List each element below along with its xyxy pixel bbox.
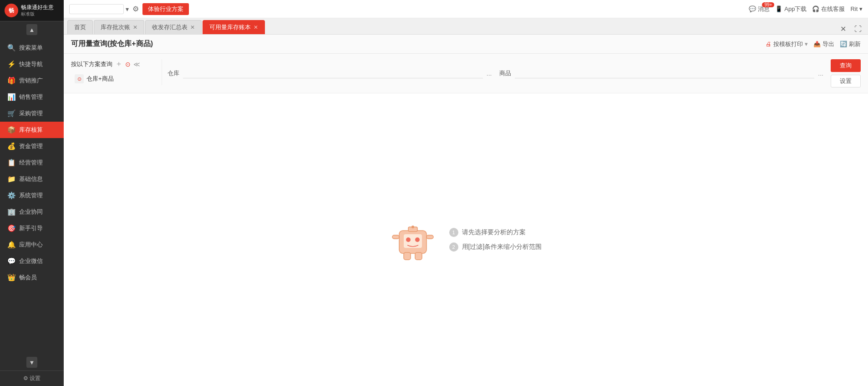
scheme-icon: ⊙ bbox=[75, 74, 84, 83]
add-scheme-btn[interactable]: ＋ bbox=[115, 59, 122, 69]
svg-rect-9 bbox=[415, 252, 422, 260]
app-icon: 📱 bbox=[775, 5, 782, 12]
empty-illustration bbox=[390, 217, 436, 262]
filter-schemes: 按以下方案查询 ＋ ⊙ ≪ ⊙ 仓库+商品 bbox=[71, 59, 162, 85]
svg-rect-7 bbox=[426, 235, 433, 239]
print-dropdown-icon: ▾ bbox=[805, 41, 808, 47]
tab-label: 可用量库存账本 bbox=[209, 23, 251, 31]
sidebar-item-enterprise[interactable]: 🏢企业协同 bbox=[0, 204, 64, 220]
collapse-btn[interactable]: ≪ bbox=[133, 61, 140, 68]
tab-receive-summary[interactable]: 收发存汇总表✕ bbox=[145, 20, 202, 34]
warehouse-more-btn[interactable]: ... bbox=[487, 70, 492, 77]
svg-rect-8 bbox=[404, 252, 411, 260]
product-more-btn[interactable]: ... bbox=[818, 70, 823, 77]
sidebar-item-purchase[interactable]: 🛒采购管理 bbox=[0, 105, 64, 122]
sidebar-item-appstore[interactable]: 🔔应用中心 bbox=[0, 237, 64, 253]
sidebar-item-newbie[interactable]: 🎯新手引导 bbox=[0, 220, 64, 237]
filter-actions: 查询 设置 bbox=[831, 59, 861, 87]
dropdown-btn[interactable]: ▾ bbox=[126, 5, 129, 13]
tab-close-receive-summary[interactable]: ✕ bbox=[190, 24, 195, 31]
sidebar-item-marketing[interactable]: 🎁营销推广 bbox=[0, 72, 64, 89]
search-input[interactable] bbox=[69, 4, 124, 14]
operation-icon: 📋 bbox=[7, 159, 15, 167]
hint-item-2: 2 用[过滤]条件来缩小分析范围 bbox=[449, 242, 542, 252]
finance-icon: 💰 bbox=[7, 142, 15, 150]
marketing-icon: 🎁 bbox=[7, 77, 15, 85]
sidebar-brand: 畅康通好生意 标准版 bbox=[21, 4, 54, 17]
settings-btn[interactable]: 设置 bbox=[831, 75, 861, 87]
page-title: 可用量查询(按仓库+商品) bbox=[71, 39, 153, 49]
message-badge: 99+ bbox=[762, 2, 774, 7]
sidebar-item-wechat[interactable]: 💬企业微信 bbox=[0, 253, 64, 269]
message-btn[interactable]: 💬 消息 99+ bbox=[749, 5, 770, 13]
page-header-actions: 🖨 按模板打印 ▾ 📤 导出 🔄 刷新 bbox=[766, 40, 861, 48]
online-service-btn[interactable]: 🎧 在线客服 bbox=[812, 5, 845, 13]
user-dropdown-icon: ▾ bbox=[859, 5, 863, 12]
export-btn[interactable]: 📤 导出 bbox=[813, 40, 834, 48]
appstore-icon: 🔔 bbox=[7, 241, 15, 249]
hint-2-text: 用[过滤]条件来缩小分析范围 bbox=[462, 243, 542, 251]
tab-close-available-ledger[interactable]: ✕ bbox=[254, 24, 258, 31]
tab-batch-ledger[interactable]: 库存批次账✕ bbox=[94, 20, 144, 34]
app-download-btn[interactable]: 📱 App下载 bbox=[775, 5, 807, 13]
scroll-down-btn[interactable]: ▼ bbox=[26, 357, 37, 368]
svg-rect-6 bbox=[392, 235, 399, 239]
scheme-item-warehouse-product[interactable]: ⊙ 仓库+商品 bbox=[71, 72, 156, 85]
topbar-search-area: ▾ bbox=[69, 4, 129, 14]
sidebar: 畅 畅康通好生意 标准版 ▲ 🔍搜索菜单⚡快捷导航🎁营销推广📊销售管理🛒采购管理… bbox=[0, 0, 64, 386]
filter-title: 按以下方案查询 ＋ ⊙ ≪ bbox=[71, 59, 156, 69]
svg-point-5 bbox=[411, 226, 414, 228]
tab-label: 收发存汇总表 bbox=[152, 23, 188, 31]
sidebar-logo: 畅 bbox=[5, 4, 18, 17]
topbar-actions: 💬 消息 99+ 📱 App下载 🎧 在线客服 Rit ▾ bbox=[749, 5, 863, 13]
sidebar-item-operation[interactable]: 📋经营管理 bbox=[0, 154, 64, 171]
tabbar: 首页库存批次账✕收发存汇总表✕可用量库存账本✕ ✕ ⛶ bbox=[64, 18, 868, 35]
sidebar-item-basic[interactable]: 📁基础信息 bbox=[0, 171, 64, 187]
main-area: ▾ ⚙ 体验行业方案 💬 消息 99+ 📱 App下载 🎧 在线客服 Rit ▾ bbox=[64, 0, 868, 386]
tab-label: 库存批次账 bbox=[101, 23, 130, 31]
sidebar-item-sales[interactable]: 📊销售管理 bbox=[0, 89, 64, 105]
hint-item-1: 1 请先选择要分析的方案 bbox=[449, 228, 542, 237]
warehouse-filter-field: 仓库 ... bbox=[168, 68, 492, 78]
industry-btn[interactable]: 体验行业方案 bbox=[142, 3, 189, 15]
print-btn[interactable]: 🖨 按模板打印 ▾ bbox=[766, 40, 808, 48]
sidebar-item-search[interactable]: 🔍搜索菜单 bbox=[0, 40, 64, 56]
maximize-btn[interactable]: ⛶ bbox=[852, 24, 864, 34]
warehouse-label: 仓库 bbox=[168, 69, 179, 77]
hint-1-text: 请先选择要分析的方案 bbox=[462, 228, 526, 237]
export-icon: 📤 bbox=[813, 41, 821, 47]
refresh-btn[interactable]: 🔄 刷新 bbox=[840, 40, 861, 48]
close-tab-btn[interactable]: ✕ bbox=[838, 24, 849, 34]
search-icon: 🔍 bbox=[7, 44, 15, 52]
scroll-up-btn[interactable]: ▲ bbox=[26, 24, 37, 35]
headset-icon: 🎧 bbox=[812, 5, 819, 12]
sidebar-item-inventory[interactable]: 📦库存核算 bbox=[0, 122, 64, 138]
user-menu[interactable]: Rit ▾ bbox=[850, 5, 863, 12]
filter-fields: 仓库 ... 商品 ... 查询 设置 bbox=[168, 59, 861, 87]
tab-available-ledger[interactable]: 可用量库存账本✕ bbox=[203, 20, 265, 34]
tab-home[interactable]: 首页 bbox=[67, 20, 93, 34]
scheme-settings-btn[interactable]: ⊙ bbox=[125, 61, 131, 68]
sidebar-nav: 🔍搜索菜单⚡快捷导航🎁营销推广📊销售管理🛒采购管理📦库存核算💰资金管理📋经营管理… bbox=[0, 38, 64, 354]
product-input[interactable] bbox=[515, 68, 815, 78]
sidebar-item-system[interactable]: ⚙️系统管理 bbox=[0, 187, 64, 204]
query-btn[interactable]: 查询 bbox=[831, 59, 861, 72]
wechat-icon: 💬 bbox=[7, 257, 15, 265]
filter-area: 按以下方案查询 ＋ ⊙ ≪ ⊙ 仓库+商品 仓库 ... bbox=[64, 54, 868, 93]
product-label: 商品 bbox=[499, 69, 511, 77]
tab-close-batch-ledger[interactable]: ✕ bbox=[133, 24, 137, 31]
tabbar-controls: ✕ ⛶ bbox=[838, 24, 864, 34]
sidebar-item-member[interactable]: 👑畅会员 bbox=[0, 269, 64, 286]
print-icon: 🖨 bbox=[766, 41, 772, 47]
enterprise-icon: 🏢 bbox=[7, 208, 15, 216]
gear-btn[interactable]: ⚙ bbox=[132, 5, 139, 13]
newbie-icon: 🎯 bbox=[7, 224, 15, 232]
sales-icon: 📊 bbox=[7, 93, 15, 101]
sidebar-item-shortcut[interactable]: ⚡快捷导航 bbox=[0, 56, 64, 72]
svg-point-2 bbox=[406, 237, 411, 242]
step-2-circle: 2 bbox=[449, 242, 458, 252]
sidebar-item-finance[interactable]: 💰资金管理 bbox=[0, 138, 64, 154]
system-icon: ⚙️ bbox=[7, 191, 15, 200]
warehouse-input[interactable] bbox=[183, 68, 483, 78]
svg-point-3 bbox=[415, 237, 420, 242]
